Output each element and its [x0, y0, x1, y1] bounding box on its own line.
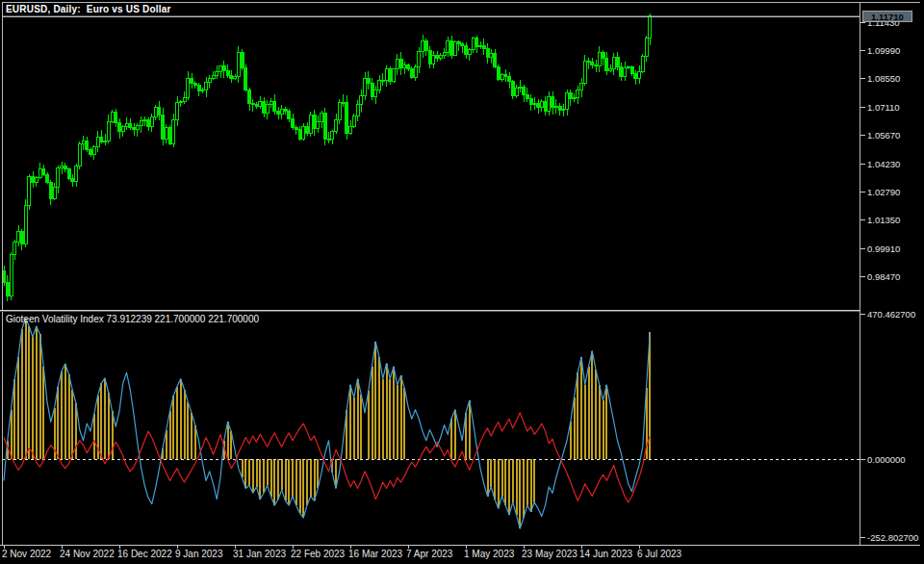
time-axis-label: 1 May 2023	[464, 549, 514, 559]
price-axis-tick	[860, 192, 865, 192]
indicator-title: Gioteen Volatility Index 73.912239 221.7…	[6, 314, 259, 324]
price-scale-separator[interactable]	[860, 2, 860, 545]
price-axis-tick	[860, 135, 865, 136]
window-border-top	[2, 2, 920, 3]
price-axis-tick	[860, 107, 865, 108]
price-axis-label: 1.02790	[867, 187, 900, 197]
time-axis-label: 2 Nov 2022	[2, 549, 51, 559]
titlebar-separator	[2, 16, 860, 17]
price-chart-canvas[interactable]	[0, 0, 924, 564]
time-axis-label: 22 Feb 2023	[291, 549, 345, 559]
time-axis-label: 23 May 2023	[522, 549, 578, 559]
time-axis-label: 16 Dec 2022	[117, 549, 172, 559]
indicator-axis-label: 470.462700	[867, 309, 915, 320]
price-axis-tick	[860, 276, 865, 277]
time-axis-label: 31 Jan 2023	[233, 549, 286, 559]
time-axis-label: 9 Jan 2023	[175, 549, 223, 559]
indicator-axis-tick	[860, 459, 865, 460]
indicator-axis-tick	[860, 537, 865, 538]
time-axis-label: 24 Nov 2022	[60, 549, 115, 559]
window-border-left	[2, 2, 3, 545]
price-axis-tick	[860, 50, 865, 51]
time-axis-label: 14 Jun 2023	[579, 549, 632, 559]
price-axis-tick	[860, 248, 865, 249]
indicator-axis-tick	[860, 314, 865, 315]
panel-separator-shadow	[0, 311, 860, 312]
indicator-axis-label: 0.000000	[867, 454, 906, 465]
price-axis-tick	[860, 219, 865, 220]
price-axis-label: 1.09990	[867, 45, 900, 56]
chart-window: EURUSD, Daily: Euro vs US Dollar Gioteen…	[0, 0, 924, 564]
price-axis-label: 1.01350	[867, 215, 900, 225]
price-axis-label: 1.08550	[867, 73, 900, 84]
candlestick-series	[3, 13, 652, 301]
indicator-axis-label: -252.802700	[867, 532, 918, 543]
time-axis-label: 6 Jul 2023	[637, 549, 681, 559]
price-axis-tick	[860, 78, 865, 79]
price-axis-label: 1.07110	[867, 102, 900, 113]
price-axis-label: 0.99910	[867, 244, 900, 254]
price-axis-tick	[860, 164, 865, 165]
time-axis-label: 16 Mar 2023	[348, 549, 402, 559]
price-axis-label: 1.05670	[867, 130, 900, 141]
volatility-histogram	[8, 319, 651, 528]
chart-title: EURUSD, Daily: Euro vs US Dollar	[6, 4, 171, 15]
time-axis-label: 7 Apr 2023	[406, 549, 452, 559]
current-price-box: 1.11710	[862, 11, 912, 22]
time-axis-line	[0, 545, 920, 546]
price-axis-label: 1.04230	[867, 159, 900, 169]
price-axis-label: 0.98470	[867, 271, 900, 282]
